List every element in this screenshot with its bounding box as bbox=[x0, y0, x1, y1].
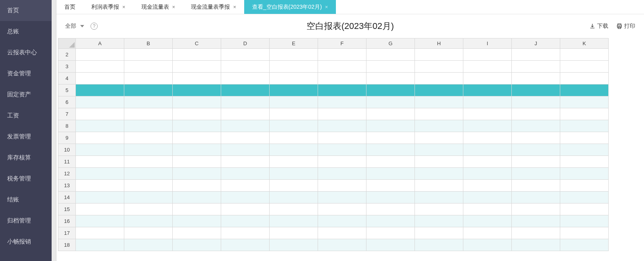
cell-K3[interactable] bbox=[560, 61, 609, 73]
cell-J12[interactable] bbox=[512, 168, 560, 180]
cell-E3[interactable] bbox=[270, 61, 318, 73]
row-header-15[interactable]: 15 bbox=[58, 203, 76, 215]
cell-C11[interactable] bbox=[173, 156, 221, 168]
cell-B4[interactable] bbox=[124, 73, 173, 84]
cell-I8[interactable] bbox=[463, 120, 512, 132]
cell-D12[interactable] bbox=[221, 168, 270, 180]
download-button[interactable]: 下载 bbox=[589, 23, 608, 30]
column-header-H[interactable]: H bbox=[415, 38, 463, 49]
row-header-12[interactable]: 12 bbox=[58, 168, 76, 180]
cell-F9[interactable] bbox=[318, 132, 366, 144]
cell-F4[interactable] bbox=[318, 73, 366, 84]
cell-F16[interactable] bbox=[318, 215, 366, 227]
row-header-9[interactable]: 9 bbox=[58, 132, 76, 144]
cell-J15[interactable] bbox=[512, 203, 560, 215]
cell-J18[interactable] bbox=[512, 239, 560, 251]
cell-B12[interactable] bbox=[124, 168, 173, 180]
cell-C14[interactable] bbox=[173, 192, 221, 203]
cell-K16[interactable] bbox=[560, 215, 609, 227]
cell-B15[interactable] bbox=[124, 203, 173, 215]
column-header-J[interactable]: J bbox=[512, 38, 560, 49]
cell-A7[interactable] bbox=[76, 108, 124, 120]
cell-C7[interactable] bbox=[173, 108, 221, 120]
cell-H2[interactable] bbox=[415, 49, 463, 61]
column-header-B[interactable]: B bbox=[124, 38, 173, 49]
sidebar-item-2[interactable]: 云报表中心 bbox=[0, 42, 52, 63]
cell-E5[interactable] bbox=[270, 84, 318, 96]
cell-A16[interactable] bbox=[76, 215, 124, 227]
cell-J6[interactable] bbox=[512, 96, 560, 108]
row-header-5[interactable]: 5 bbox=[58, 84, 76, 96]
sidebar-item-11[interactable]: 小畅报销 bbox=[0, 231, 52, 252]
cell-H18[interactable] bbox=[415, 239, 463, 251]
cell-H17[interactable] bbox=[415, 227, 463, 239]
cell-B16[interactable] bbox=[124, 215, 173, 227]
cell-D8[interactable] bbox=[221, 120, 270, 132]
cell-A13[interactable] bbox=[76, 180, 124, 192]
cell-K14[interactable] bbox=[560, 192, 609, 203]
cell-E14[interactable] bbox=[270, 192, 318, 203]
cell-F7[interactable] bbox=[318, 108, 366, 120]
cell-B18[interactable] bbox=[124, 239, 173, 251]
sidebar-item-5[interactable]: 工资 bbox=[0, 105, 52, 126]
cell-H9[interactable] bbox=[415, 132, 463, 144]
cell-D6[interactable] bbox=[221, 96, 270, 108]
cell-E15[interactable] bbox=[270, 203, 318, 215]
cell-C6[interactable] bbox=[173, 96, 221, 108]
cell-F6[interactable] bbox=[318, 96, 366, 108]
cell-E7[interactable] bbox=[270, 108, 318, 120]
cell-K8[interactable] bbox=[560, 120, 609, 132]
sidebar-item-8[interactable]: 税务管理 bbox=[0, 168, 52, 189]
cell-I15[interactable] bbox=[463, 203, 512, 215]
cell-A11[interactable] bbox=[76, 156, 124, 168]
cell-B13[interactable] bbox=[124, 180, 173, 192]
close-icon[interactable]: × bbox=[233, 4, 236, 10]
cell-E17[interactable] bbox=[270, 227, 318, 239]
row-header-11[interactable]: 11 bbox=[58, 156, 76, 168]
sidebar-item-7[interactable]: 库存核算 bbox=[0, 147, 52, 168]
cell-H16[interactable] bbox=[415, 215, 463, 227]
row-header-13[interactable]: 13 bbox=[58, 180, 76, 192]
cell-A6[interactable] bbox=[76, 96, 124, 108]
cell-G16[interactable] bbox=[366, 215, 415, 227]
cell-B5[interactable] bbox=[124, 84, 173, 96]
cell-D2[interactable] bbox=[221, 49, 270, 61]
cell-C10[interactable] bbox=[173, 144, 221, 156]
cell-K11[interactable] bbox=[560, 156, 609, 168]
cell-D11[interactable] bbox=[221, 156, 270, 168]
tab-1[interactable]: 利润表季报× bbox=[83, 0, 133, 14]
cell-C8[interactable] bbox=[173, 120, 221, 132]
cell-K10[interactable] bbox=[560, 144, 609, 156]
cell-E11[interactable] bbox=[270, 156, 318, 168]
cell-E13[interactable] bbox=[270, 180, 318, 192]
sidebar-item-0[interactable]: 首页 bbox=[0, 0, 52, 21]
column-header-G[interactable]: G bbox=[366, 38, 415, 49]
sheet-corner[interactable] bbox=[58, 38, 76, 49]
cell-J3[interactable] bbox=[512, 61, 560, 73]
cell-I3[interactable] bbox=[463, 61, 512, 73]
tab-0[interactable]: 首页 bbox=[56, 0, 83, 14]
cell-G7[interactable] bbox=[366, 108, 415, 120]
cell-B3[interactable] bbox=[124, 61, 173, 73]
cell-E8[interactable] bbox=[270, 120, 318, 132]
row-header-10[interactable]: 10 bbox=[58, 144, 76, 156]
cell-G13[interactable] bbox=[366, 180, 415, 192]
cell-G11[interactable] bbox=[366, 156, 415, 168]
cell-I12[interactable] bbox=[463, 168, 512, 180]
row-header-3[interactable]: 3 bbox=[58, 61, 76, 73]
cell-F15[interactable] bbox=[318, 203, 366, 215]
cell-D13[interactable] bbox=[221, 180, 270, 192]
cell-I2[interactable] bbox=[463, 49, 512, 61]
cell-E16[interactable] bbox=[270, 215, 318, 227]
cell-K13[interactable] bbox=[560, 180, 609, 192]
cell-D15[interactable] bbox=[221, 203, 270, 215]
cell-J4[interactable] bbox=[512, 73, 560, 84]
cell-C4[interactable] bbox=[173, 73, 221, 84]
cell-J13[interactable] bbox=[512, 180, 560, 192]
row-header-16[interactable]: 16 bbox=[58, 215, 76, 227]
filter-dropdown[interactable]: 全部 ? bbox=[65, 23, 98, 30]
cell-A15[interactable] bbox=[76, 203, 124, 215]
cell-J9[interactable] bbox=[512, 132, 560, 144]
cell-I17[interactable] bbox=[463, 227, 512, 239]
cell-C2[interactable] bbox=[173, 49, 221, 61]
